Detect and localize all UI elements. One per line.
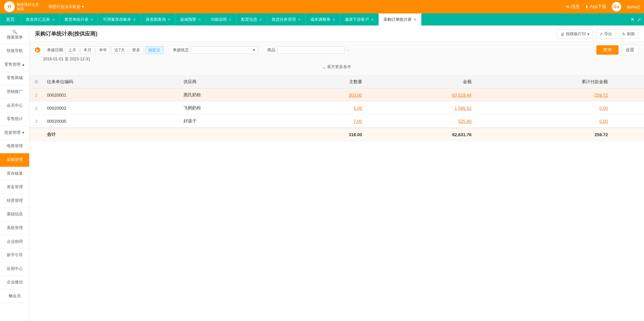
row-qty-1[interactable]: 303.00 <box>281 89 366 102</box>
sidebar-item-member-center[interactable]: 会员中心 <box>0 99 29 113</box>
col-supplier-header: 供应商 <box>179 75 281 89</box>
logo-area: 好 畅捷通好生意 标版 <box>4 1 39 12</box>
row-paid-3[interactable]: 0.00 <box>476 115 612 128</box>
tab-chaochu[interactable]: 超储预警 ✕ <box>175 13 206 25</box>
close-icon[interactable]: ✕ <box>259 18 262 21</box>
table-header-row: ⚙ 往来单位编码 供应商 主数量 金额 累计付款金额 <box>30 75 644 89</box>
row-qty-2[interactable]: 6.00 <box>281 102 366 115</box>
sidebar-item-newbie-guide[interactable]: 新手引导 <box>0 249 29 262</box>
query-button[interactable]: 查询 <box>596 45 619 55</box>
sidebar-item-retail-mall[interactable]: 零售商城 <box>0 71 29 85</box>
close-icon[interactable]: ✕ <box>52 18 55 21</box>
sidebar-item-ecommerce[interactable]: 电商管理 <box>0 140 29 153</box>
close-icon[interactable]: ✕ <box>91 18 93 21</box>
close-icon[interactable]: ✕ <box>133 18 136 21</box>
refresh-button[interactable]: ↻ 刷新 <box>619 30 639 39</box>
row-supplier-2: 飞鹤奶粉 <box>179 102 281 115</box>
row-num-1: 1 <box>30 89 43 102</box>
chevron-down-icon: ▾ <box>253 48 255 52</box>
row-paid-2[interactable]: 0.00 <box>476 102 612 115</box>
export-icon: ↗ <box>599 32 603 37</box>
sidebar-item-quick-nav[interactable]: 快捷导航 <box>0 44 29 58</box>
close-icon[interactable]: ✕ <box>229 18 231 21</box>
row-qty-3[interactable]: 7.00 <box>281 115 366 128</box>
date-btn-this-year[interactable]: 本年 <box>96 46 110 54</box>
app-download-button[interactable]: ⬇ App下载 <box>585 4 606 10</box>
sidebar-item-basic-info[interactable]: 基础信息 <box>0 208 29 221</box>
date-btn-this-month[interactable]: 本月 <box>80 46 95 54</box>
sidebar-item-changhui[interactable]: 畅会员 <box>0 289 29 303</box>
date-btn-7days[interactable]: 近7天 <box>111 46 128 54</box>
tab-keyongliang[interactable]: 可用量库存账本 ✕ <box>98 13 141 25</box>
close-icon[interactable]: ✕ <box>414 18 416 21</box>
tab-peizhi[interactable]: 配置信息 ✕ <box>236 13 267 25</box>
col-code-header: 往来单位编码 <box>43 75 179 89</box>
status-filter-label: 单据状态 <box>173 47 189 53</box>
top-bar: 好 畅捷通好生意 标版 母婴行业演示账套 ▾ ✉ 消息 ⬇ App下载 Ea d… <box>0 0 644 13</box>
tab-home[interactable]: 首页 <box>0 13 21 25</box>
close-window-icon[interactable]: ✕ <box>631 17 635 22</box>
goods-input[interactable] <box>277 46 344 54</box>
chevron-down-icon: ▾ <box>587 32 589 37</box>
sidebar-item-search[interactable]: 🔍 搜索菜单 <box>0 25 29 44</box>
sidebar-item-retail-stats[interactable]: 零售统计 <box>0 112 29 126</box>
close-icon[interactable]: ✕ <box>168 18 170 21</box>
more-options-icon[interactable]: ··· <box>346 48 350 52</box>
close-icon[interactable]: ✕ <box>332 18 335 21</box>
sidebar-item-marketing[interactable]: 营销推广 <box>0 85 29 99</box>
row-extra-2 <box>612 102 644 115</box>
filter-status: 单据状态 ▾ <box>173 46 258 54</box>
tab-yaoqing[interactable]: 邀请下游客户 ✕ <box>340 13 379 25</box>
sidebar-item-wechat[interactable]: 企业微信 <box>0 276 29 289</box>
sidebar-item-inventory[interactable]: 库存核算 <box>0 167 29 181</box>
tab-caigou-active[interactable]: 采购订单统计表 ✕ <box>379 13 421 25</box>
tab-baozhi[interactable]: 保质期查询 ✕ <box>141 13 175 25</box>
sidebar-item-retail-mgmt[interactable]: 零售管理 ▲ <box>0 58 29 72</box>
row-extra-3 <box>612 115 644 128</box>
table-area: ⚙ 往来单位编码 供应商 主数量 金额 累计付款金额 1 00020001 <box>30 75 644 321</box>
row-code-2: 00020002 <box>43 102 179 115</box>
tab-yaohuo[interactable]: 要货单统计表 ✕ <box>60 13 98 25</box>
sidebar-item-app-center[interactable]: 应用中心 <box>0 262 29 276</box>
settings-button[interactable]: 设置 <box>621 45 639 55</box>
row-code-1: 00020001 <box>43 89 179 102</box>
row-amount-3[interactable]: 525.80 <box>366 115 476 128</box>
messages-button[interactable]: ✉ 消息 <box>566 4 580 10</box>
sidebar-item-wholesale[interactable]: 批发管理 ▼ <box>0 126 29 140</box>
sidebar-item-enterprise-collab[interactable]: 企业协同 <box>0 235 29 249</box>
column-settings-icon[interactable]: ⚙ <box>34 79 39 85</box>
row-amount-1[interactable]: 60,519.44 <box>366 89 476 102</box>
date-btn-more[interactable]: 更多 <box>129 46 143 54</box>
maximize-icon[interactable]: ⤢ <box>637 17 641 22</box>
tab-chengben[interactable]: 成本调整单 ✕ <box>306 13 340 25</box>
status-select[interactable]: ▾ <box>191 46 258 54</box>
logo-icon: 好 <box>4 1 15 12</box>
top-bar-left: 好 畅捷通好生意 标版 母婴行业演示账套 ▾ <box>4 1 84 12</box>
date-quick-btns: 上月 本月 本年 近7天 更多 <box>65 46 143 54</box>
username-label[interactable]: demo2 <box>627 4 640 9</box>
tab-gongneng[interactable]: 功能说明 ✕ <box>206 13 236 25</box>
close-icon[interactable]: ✕ <box>198 18 201 21</box>
row-supplier-3: 好孩子 <box>179 115 281 128</box>
sidebar-item-purchase[interactable]: 采购管理 <box>0 153 29 167</box>
footer-amount: 62,631.76 <box>366 128 476 141</box>
tab-shoufacun[interactable]: 收发存汇总表 ✕ <box>21 13 60 25</box>
close-icon[interactable]: ✕ <box>371 18 374 21</box>
tab-jianhuo[interactable]: 拣货任务管理 ✕ <box>267 13 306 25</box>
col-extra-header <box>612 75 644 89</box>
row-amount-2[interactable]: 1,586.52 <box>366 102 476 115</box>
sidebar-item-operations[interactable]: 经营管理 <box>0 194 29 208</box>
row-paid-1[interactable]: 259.72 <box>476 89 612 102</box>
date-btn-last-month[interactable]: 上月 <box>65 46 79 54</box>
close-icon[interactable]: ✕ <box>298 18 301 21</box>
filter-toggle-arrow[interactable]: ▶ <box>35 47 40 53</box>
expand-row: ⌄ 展开更多条件 <box>35 62 639 72</box>
sidebar-item-finance[interactable]: 资金管理 <box>0 180 29 194</box>
workspace-selector[interactable]: 母婴行业演示账套 ▾ <box>48 4 84 10</box>
expand-more-toggle[interactable]: ⌄ 展开更多条件 <box>322 64 351 70</box>
sidebar-item-system[interactable]: 系统管理 <box>0 221 29 235</box>
export-button[interactable]: ↗ 导出 <box>596 30 616 39</box>
date-range-row: 2016-01-01 至 2023-12-31 <box>35 56 639 62</box>
avatar[interactable]: Ea <box>612 2 621 11</box>
print-button[interactable]: 🖨 按模板打印 ▾ <box>557 30 593 39</box>
